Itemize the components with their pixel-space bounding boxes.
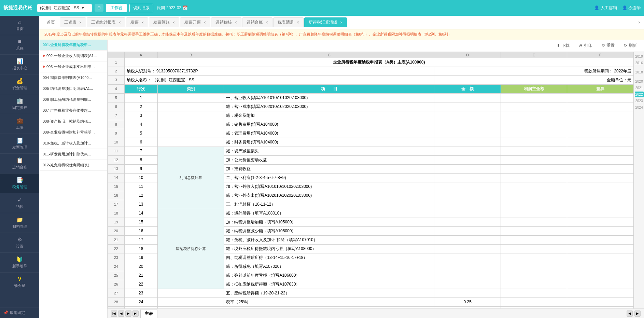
tab-sales-check-close[interactable]: × (235, 20, 237, 25)
guide-icon: 🔰 (16, 256, 23, 263)
close-all-btn[interactable]: × (638, 20, 641, 25)
member-icon: V (18, 276, 22, 282)
table-title: 企业所得税年度纳税申报表（A类）主表(A100000) (124, 58, 633, 67)
tab-invoice-open[interactable]: 发票开票 × (180, 17, 210, 27)
sidebar-item-fixed-asset[interactable]: 🏢 固定资产 (0, 94, 39, 114)
tab-salary-stat-close[interactable]: × (118, 20, 121, 25)
tab-invoice-calc[interactable]: 发票算账 × (149, 17, 179, 27)
sheet-nav-prev[interactable]: ◀ (118, 310, 124, 317)
settings-icon: ⚙ (17, 236, 22, 243)
top-right-area: 👤 人工咨询 👤 徐连华 (594, 5, 641, 11)
sidebar-item-asset-mgmt[interactable]: 💰 资金管理 (0, 74, 39, 94)
panel-item-009[interactable]: 009-企业所得税附加补亏损明... (39, 127, 107, 138)
tab-invoice-close[interactable]: × (141, 20, 144, 25)
tab-home[interactable]: 首页 (43, 18, 59, 27)
sidebar-label-ledger: 总账 (16, 46, 24, 51)
sheet-tab-master[interactable]: 主表 (140, 309, 157, 318)
sheet-nav-next-next[interactable]: ▶| (132, 310, 139, 317)
tab-salary-close[interactable]: × (79, 20, 82, 25)
sheet-nav-next[interactable]: ▶ (125, 310, 131, 317)
taxpayer-name-label: 纳税人名称： (127, 78, 151, 82)
download-icon: ⬇ (557, 43, 560, 48)
year-2020[interactable]: 2020 (635, 79, 644, 84)
toolbar: ⬇ 下载 🖨 打印 ↺ 重置 ⟳ 刷新 (108, 40, 644, 52)
panel-item-010[interactable]: 010-免税、减计收入及加计... (39, 138, 107, 149)
sidebar-label-report: 报表中心 (12, 66, 27, 71)
app-logo: 畅捷通易代账 (3, 5, 32, 11)
tab-tax-clear[interactable]: 税表清册 × (273, 17, 304, 27)
panel-item-011[interactable]: 011-研发费用加计扣除优惠... (39, 149, 107, 160)
year-2022[interactable]: 2022 (635, 92, 644, 97)
sidebar-item-settings[interactable]: ⚙ 设置 (0, 233, 39, 253)
sidebar-item-sales[interactable]: 📋 进销台账 (0, 154, 39, 174)
pin-toggle[interactable]: 📌 取消固定 (0, 307, 39, 318)
scroll-left-btn[interactable]: ◀ (627, 310, 633, 317)
panel-item-003[interactable]: 003-一般企业成本支出明细... (39, 61, 107, 72)
panel-item-008[interactable]: 008-资产折旧、摊销及纳税... (39, 116, 107, 127)
user-service-btn[interactable]: 👤 人工咨询 (594, 5, 617, 11)
reset-btn[interactable]: ↺ 重置 (600, 42, 617, 50)
panel-item-012[interactable]: 012-减免所得税优惠明细表(… (39, 160, 107, 171)
sidebar-item-archive[interactable]: 📁 归档管理 (0, 213, 39, 233)
sidebar-item-report[interactable]: 📊 报表中心 (0, 55, 39, 74)
row-num-1: 1 (108, 58, 125, 67)
panel-item-007[interactable]: 007-广告费和业务宣传费超... (39, 105, 107, 116)
year-2024[interactable]: 2024 (635, 105, 644, 110)
salary-icon: 💼 (16, 117, 23, 124)
table-row: 18 14 应纳税所得额计算 减：境外所得（填写A108010） (108, 209, 634, 218)
sidebar-item-salary[interactable]: 💼 工资 (0, 114, 39, 134)
tab-invoice-open-close[interactable]: × (204, 20, 206, 25)
panel-item-002[interactable]: 002-一般企业收入明细表(A1... (39, 51, 107, 61)
year-2021[interactable]: 2021 (635, 85, 644, 91)
col-C: C (224, 52, 434, 58)
tab-income-tax-close[interactable]: × (340, 20, 342, 25)
year-spacer1 (635, 67, 644, 69)
tab-tax-clear-close[interactable]: × (297, 20, 299, 25)
year-2016[interactable]: 2016 (635, 60, 644, 66)
sidebar-item-tax[interactable]: 📑 税务管理 (0, 174, 39, 193)
tab-salary[interactable]: 工资表 × (60, 17, 86, 27)
refresh-icon: ⟳ (624, 43, 627, 48)
panel-item-004[interactable]: 004-期间费用明细表(A1040... (39, 72, 107, 83)
refresh-btn[interactable]: ⟳ 刷新 (622, 42, 639, 50)
tab-sales-ledger[interactable]: 进销台账 × (242, 17, 272, 27)
unit-cell: 金额单位：元 (434, 75, 634, 84)
panel-item-005[interactable]: 005-纳税调整项目明细表(A1... (39, 83, 107, 94)
copy-btn[interactable]: ⊟ (95, 4, 103, 12)
company-selector[interactable]: (勿删）江西服宝-LSS ▼ (37, 4, 92, 12)
workbench-btn[interactable]: 工作台 (106, 4, 127, 12)
tax-icon: 📑 (16, 177, 23, 183)
sidebar-item-member[interactable]: V 畅会员 (0, 273, 39, 292)
tax-period-value: 2022年度 (614, 69, 631, 73)
sidebar-item-invoice[interactable]: 🧾 发票管理 (0, 134, 39, 154)
panel-item-001[interactable]: 001-企业所得税年度纳税申... (39, 40, 107, 51)
tab-invoice-calc-close[interactable]: × (172, 20, 175, 25)
sidebar-item-guide[interactable]: 🔰 新手引导 (0, 253, 39, 273)
section-yinashuide: 应纳税所得额计算 (157, 209, 224, 289)
print-btn[interactable]: 🖨 打印 (577, 42, 594, 50)
tax-period-cell: 税款所属期间： 2022年度 (434, 67, 634, 75)
scroll-right-btn[interactable]: ▶ (634, 310, 641, 317)
tab-invoice[interactable]: 发票 × (126, 17, 148, 27)
sidebar-item-home[interactable]: ⌂ 首页 (0, 16, 39, 35)
year-2019[interactable]: 2019 (635, 54, 644, 59)
year-2023[interactable]: 2023 (635, 98, 644, 104)
cut-to-old-btn[interactable]: 切到旧版 (129, 4, 153, 12)
tab-sales-ledger-close[interactable]: × (266, 20, 268, 25)
sidebar-item-settlement[interactable]: ✓ 结账 (0, 193, 39, 213)
col-header-lirunzhu: 利润主全额 (501, 84, 567, 93)
tax-period-label: 税款所属期间： (584, 69, 613, 73)
download-btn[interactable]: ⬇ 下载 (555, 42, 572, 50)
tab-sales-check-label: 进销稽核 (215, 19, 232, 25)
tab-invoice-open-label: 发票开票 (184, 19, 201, 25)
tab-salary-stat[interactable]: 工资统计报表 × (87, 17, 125, 27)
panel-item-006[interactable]: 006-职工薪酬纳税调整明细... (39, 94, 107, 105)
sidebar: ⌂ 首页 ≡ 总账 📊 报表中心 💰 资金管理 🏢 固定资产 💼 工资 (0, 16, 39, 318)
sheet-nav-prev-prev[interactable]: |◀ (111, 310, 117, 317)
sidebar-item-ledger[interactable]: ≡ 总账 (0, 35, 39, 55)
tab-income-tax[interactable]: 所得税汇算清缴 × (304, 17, 347, 27)
year-2018[interactable]: 2018 (635, 69, 644, 75)
taxpayer-id-value: 91320500703719732P (156, 69, 198, 73)
tab-sales-check[interactable]: 进销稽核 × (211, 17, 241, 27)
table-row: 7 3 减：税金及附加 (108, 111, 634, 120)
